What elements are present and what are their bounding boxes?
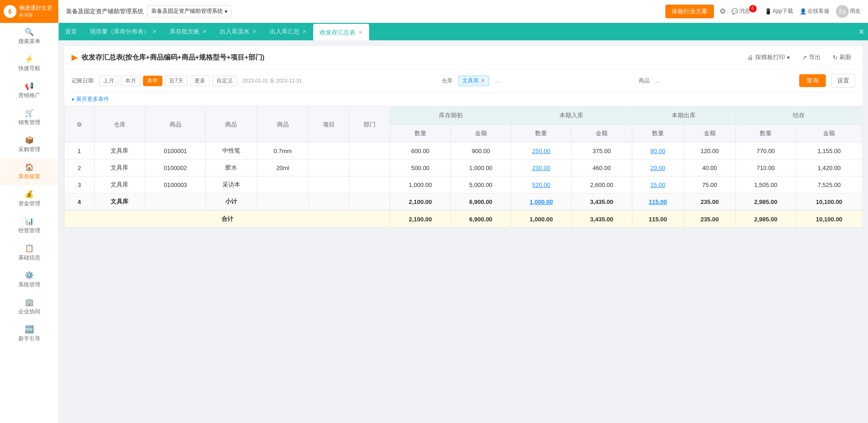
cell-out-qty[interactable]: 20.00 bbox=[632, 159, 684, 176]
system-select[interactable]: 装备及固定资产辅助管理系统 ▾ bbox=[147, 5, 232, 17]
tab-close-recv-send-summary[interactable]: ✕ bbox=[358, 29, 363, 36]
cell-warehouse: 文具库 bbox=[94, 159, 145, 176]
close-all-tabs[interactable]: ✕ bbox=[858, 27, 864, 36]
tab-inout-summary[interactable]: 出入库汇总✕ bbox=[263, 23, 313, 40]
export-icon: ↗ bbox=[802, 54, 807, 61]
sub-end-amt: 10,100.00 bbox=[796, 193, 862, 211]
tab-recv-send-summary[interactable]: 收发存汇总表✕ bbox=[313, 24, 369, 40]
th-dept: 部门 bbox=[349, 107, 390, 143]
date-btn-上月[interactable]: 上月 bbox=[99, 76, 118, 86]
sidebar-item-search[interactable]: 🔍搜索菜单 bbox=[0, 23, 58, 50]
export-btn[interactable]: ↗ 导出 bbox=[798, 51, 824, 63]
print-btn[interactable]: 🖨 按模板打印 ▾ bbox=[744, 51, 794, 63]
tab-label-inout-summary: 出入库汇总 bbox=[270, 27, 299, 36]
table-row: 3 文具库 0100003 采访本 1,000.00 5,000.00 520.… bbox=[65, 176, 862, 193]
expand-btn[interactable]: ▾ 展开更多条件 bbox=[72, 95, 855, 103]
cell-spec: 20ml bbox=[257, 159, 309, 176]
tab-label-inout-flow: 出入库流水 bbox=[220, 27, 249, 36]
sidebar-label-business: 经营管理 bbox=[18, 227, 40, 235]
business-icon: 📊 bbox=[25, 217, 34, 225]
cell-code: 0100002 bbox=[145, 159, 206, 176]
data-table: ⚙ 仓库 商品 商品 商品 项目 部门 库存期初 本期入库 本期出库 结存 bbox=[64, 106, 862, 228]
content-area: ▶ 收发存汇总表(按仓库+商品编码+商品+规格型号+项目+部门) 🖨 按模板打印… bbox=[59, 40, 868, 423]
th-goods-name: 商品 bbox=[205, 107, 257, 143]
th-settings[interactable]: ⚙ bbox=[65, 107, 94, 143]
sub-begin-qty: 2,100.00 bbox=[390, 193, 451, 211]
sub-in-qty[interactable]: 1,000.00 bbox=[511, 193, 571, 211]
user-area[interactable]: Ea 用友 bbox=[836, 5, 861, 18]
notification-btn[interactable]: 💬 消息 6 bbox=[731, 7, 758, 15]
tab-label-stock-dist: 现存量（库存分布表） bbox=[90, 27, 149, 36]
warehouse-tag[interactable]: 文具库 ✕ bbox=[458, 76, 489, 86]
sidebar-item-finance[interactable]: 💰资金管理 bbox=[0, 185, 58, 212]
sidebar-item-enterprise[interactable]: 🏢企业协同 bbox=[0, 293, 58, 320]
cell-in-amt: 460.00 bbox=[571, 159, 632, 176]
query-btn[interactable]: 查询 bbox=[799, 74, 826, 87]
chevron-down-icon: ▾ bbox=[787, 54, 790, 61]
date-btn-近7天[interactable]: 近7天 bbox=[165, 76, 188, 86]
warehouse-label: 仓库 bbox=[442, 77, 453, 85]
total-begin-qty: 2,100.00 bbox=[390, 210, 451, 228]
sub-begin-amt: 6,900.00 bbox=[451, 193, 511, 211]
date-btn-更多[interactable]: 更多 bbox=[190, 76, 210, 86]
cell-in-qty[interactable]: 250.00 bbox=[511, 143, 571, 159]
sidebar-item-system[interactable]: ⚙️系统管理 bbox=[0, 266, 58, 293]
sidebar-item-inventory[interactable]: 🏠库存核算 bbox=[0, 158, 58, 185]
cell-end-amt: 7,525.00 bbox=[796, 176, 862, 193]
date-btn-自定义[interactable]: 自定义 bbox=[212, 76, 237, 86]
tab-label-batch-ledger: 库存批次账 bbox=[170, 27, 199, 36]
tab-close-stock-dist[interactable]: ✕ bbox=[152, 28, 157, 35]
cell-spec bbox=[257, 176, 309, 193]
total-end-qty: 2,985.00 bbox=[735, 210, 796, 228]
refresh-btn[interactable]: ↻ 刷新 bbox=[829, 51, 855, 63]
sidebar-item-base[interactable]: 📋基础信息 bbox=[0, 239, 58, 266]
cell-in-qty[interactable]: 520.00 bbox=[511, 176, 571, 193]
sidebar-item-purchase[interactable]: 📦采购管理 bbox=[0, 131, 58, 158]
warehouse-more[interactable]: ... bbox=[495, 77, 499, 84]
filter-bar: 记账日期 上月本月本年近7天更多自定义 2023-01-01 至 2023-12… bbox=[64, 69, 862, 93]
sub-end-qty: 2,985.00 bbox=[735, 193, 796, 211]
user-avatar: Ea bbox=[836, 5, 849, 18]
date-btn-本月[interactable]: 本月 bbox=[121, 76, 140, 86]
sub-out-qty[interactable]: 115.00 bbox=[632, 193, 684, 211]
enterprise-icon: 🏢 bbox=[25, 298, 34, 307]
sidebar-item-guide[interactable]: 🆕新手引导 bbox=[0, 320, 58, 347]
tab-close-batch-ledger[interactable]: ✕ bbox=[202, 28, 207, 35]
settings-icon[interactable]: ⚙ bbox=[719, 7, 726, 16]
mobile-icon: 📱 bbox=[765, 8, 772, 15]
tab-close-inout-summary[interactable]: ✕ bbox=[302, 28, 307, 35]
th-begin-qty: 数量 bbox=[390, 125, 451, 143]
system-name-text: 装备及固定资产辅助管理系统 bbox=[66, 7, 144, 16]
tab-batch-ledger[interactable]: 库存批次账✕ bbox=[163, 23, 213, 40]
cell-no: 3 bbox=[65, 176, 94, 193]
th-out-stock: 本期出库 bbox=[632, 107, 735, 125]
cell-out-qty[interactable]: 15.00 bbox=[632, 176, 684, 193]
expand-row: ▾ 展开更多条件 bbox=[64, 93, 862, 106]
app-title: 畅捷通好生意 bbox=[19, 5, 52, 12]
cell-in-qty[interactable]: 230.00 bbox=[511, 159, 571, 176]
sidebar-label-inventory: 库存核算 bbox=[18, 173, 40, 181]
sidebar-label-marketing: 营销推广 bbox=[18, 92, 40, 99]
sidebar-item-marketing[interactable]: 📢营销推广 bbox=[0, 77, 58, 104]
tab-home[interactable]: 首页 bbox=[59, 23, 83, 40]
warehouse-tag-remove[interactable]: ✕ bbox=[481, 77, 485, 84]
tabbar: 首页现存量（库存分布表）✕库存批次账✕出入库流水✕出入库汇总✕收发存汇总表✕✕ bbox=[59, 23, 868, 40]
cell-out-qty[interactable]: 80.00 bbox=[632, 143, 684, 159]
date-btn-本年[interactable]: 本年 bbox=[143, 76, 162, 86]
app-download-btn[interactable]: 📱 App下载 bbox=[765, 7, 793, 15]
app-subtitle: 标准版 bbox=[19, 12, 52, 18]
sidebar-item-quick-nav[interactable]: ⚡快捷导航 bbox=[0, 50, 58, 77]
tab-inout-flow[interactable]: 出入库流水✕ bbox=[213, 23, 263, 40]
cell-begin-qty: 600.00 bbox=[390, 143, 451, 159]
sidebar-item-sales[interactable]: 🛒销售管理 bbox=[0, 104, 58, 131]
sidebar-header: 6 畅捷通好生意 标准版 bbox=[0, 0, 58, 23]
goods-more[interactable]: ... bbox=[655, 77, 660, 84]
collapse-icon[interactable]: ▶ bbox=[72, 52, 78, 62]
setting-btn[interactable]: 设置 bbox=[831, 74, 855, 88]
tab-stock-dist[interactable]: 现存量（库存分布表）✕ bbox=[83, 23, 163, 40]
sidebar-item-business[interactable]: 📊经营管理 bbox=[0, 212, 58, 239]
online-service-btn[interactable]: 👤 在线客服 bbox=[800, 7, 829, 15]
trial-btn[interactable]: 体验行业方案 bbox=[665, 5, 714, 18]
sub-no: 4 bbox=[65, 193, 94, 211]
tab-close-inout-flow[interactable]: ✕ bbox=[252, 28, 257, 35]
